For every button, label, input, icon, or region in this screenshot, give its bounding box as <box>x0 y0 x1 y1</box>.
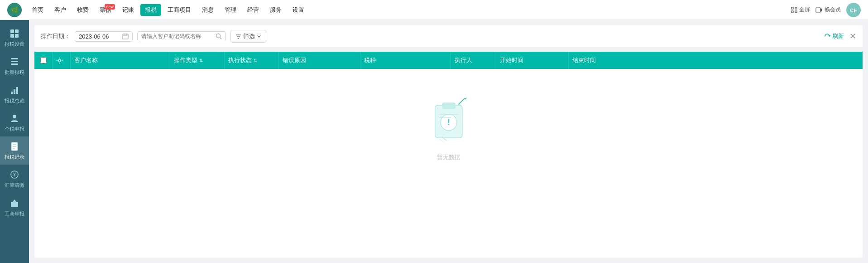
sort-icon-status: ⇅ <box>254 58 257 63</box>
nav-tax[interactable]: 报税 <box>140 4 161 16</box>
svg-line-33 <box>220 38 222 39</box>
member-label: 畅会员 <box>825 6 841 14</box>
svg-rect-14 <box>11 58 18 59</box>
sidebar-label-tax-summary: 报税总览 <box>5 97 24 104</box>
table-header: 客户名称 操作类型 ⇅ 执行状态 ⇅ 错误原因 税种 执行人 开始时间 结束时间 <box>34 52 863 69</box>
sidebar-item-settlement[interactable]: ¥ 汇算清缴 <box>0 165 29 193</box>
empty-illustration: ! <box>426 96 471 146</box>
settlement-icon: ¥ <box>9 169 20 180</box>
svg-rect-6 <box>816 8 820 12</box>
th-start-time: 开始时间 <box>496 52 569 69</box>
sidebar-item-annual-report[interactable]: 工商年报 <box>0 193 29 221</box>
app-logo[interactable]: 🌿 <box>7 3 22 17</box>
sidebar-item-tax-record[interactable]: 报税记录 <box>0 136 29 165</box>
sidebar-item-batch-tax[interactable]: 批量报税 <box>0 52 29 80</box>
svg-rect-3 <box>795 7 797 9</box>
nav-finance[interactable]: 经营 <box>243 4 264 16</box>
svg-point-32 <box>216 34 221 38</box>
sidebar-label-tax-record: 报税记录 <box>5 154 24 160</box>
filter-icon <box>235 34 241 39</box>
th-customer-name: 客户名称 <box>71 52 170 69</box>
calendar-icon <box>122 33 129 39</box>
refresh-icon <box>824 33 830 39</box>
toolbar: 操作日期： <box>34 25 863 47</box>
svg-rect-15 <box>11 61 18 62</box>
svg-rect-28 <box>123 34 128 39</box>
nav-invoice[interactable]: 票据 new <box>95 4 116 16</box>
close-button[interactable]: ✕ <box>849 32 856 40</box>
nav-settings[interactable]: 设置 <box>288 4 309 16</box>
sidebar-item-personal-tax[interactable]: 个税申报 <box>0 108 29 136</box>
th-tax-type: 税种 <box>360 52 451 69</box>
sidebar-label-personal-tax: 个税申报 <box>5 126 24 132</box>
th-checkbox[interactable] <box>34 52 53 69</box>
nav-customer[interactable]: 客户 <box>50 4 71 16</box>
search-input[interactable] <box>141 33 214 39</box>
new-badge: new <box>105 4 115 10</box>
nav-home[interactable]: 首页 <box>27 4 48 16</box>
svg-line-44 <box>459 98 465 104</box>
sidebar-label-annual-report: 工商年报 <box>5 210 24 217</box>
svg-rect-4 <box>791 11 793 13</box>
svg-text:🌿: 🌿 <box>11 6 19 14</box>
svg-rect-17 <box>11 92 13 94</box>
th-operation-type: 操作类型 ⇅ <box>170 52 225 69</box>
svg-rect-11 <box>15 29 19 33</box>
select-all-checkbox[interactable] <box>40 57 47 63</box>
table-container: 客户名称 操作类型 ⇅ 执行状态 ⇅ 错误原因 税种 执行人 开始时间 结束时间 <box>34 52 863 258</box>
th-settings <box>53 52 71 69</box>
svg-rect-16 <box>11 63 18 65</box>
tax-settings-icon <box>9 28 20 39</box>
svg-text:!: ! <box>447 117 450 127</box>
nav-accounts[interactable]: 记账 <box>118 4 139 16</box>
sort-icon-operation: ⇅ <box>199 58 203 63</box>
date-input[interactable] <box>79 33 120 40</box>
th-end-time: 结束时间 <box>569 52 632 69</box>
chevron-down-icon <box>257 34 261 39</box>
svg-marker-45 <box>465 97 467 100</box>
svg-line-47 <box>440 139 444 143</box>
top-nav-right: 全屏 畅会员 CE <box>791 3 861 17</box>
fullscreen-label: 全屏 <box>799 6 810 14</box>
nav-message[interactable]: 消息 <box>197 4 218 16</box>
toolbar-right: 刷新 ✕ <box>824 32 856 40</box>
content-area: 操作日期： <box>29 20 868 263</box>
date-input-wrap[interactable] <box>75 31 133 42</box>
svg-rect-27 <box>11 202 18 207</box>
top-nav: 🌿 首页 客户 收费 票据 new 记账 报税 工商项目 消息 管理 经营 服务… <box>0 0 868 20</box>
search-wrap[interactable] <box>137 31 226 41</box>
annual-report-icon <box>9 198 20 209</box>
batch-tax-icon <box>9 56 20 67</box>
empty-state: ! 暂无数据 <box>34 69 863 189</box>
svg-rect-10 <box>10 29 14 33</box>
svg-rect-19 <box>16 87 18 94</box>
empty-text: 暂无数据 <box>437 153 460 161</box>
th-executor: 执行人 <box>451 52 496 69</box>
nav-items: 首页 客户 收费 票据 new 记账 报税 工商项目 消息 管理 经营 服务 设… <box>27 4 791 16</box>
personal-tax-icon <box>9 113 20 124</box>
tax-summary-icon <box>9 85 20 96</box>
sidebar-item-tax-summary[interactable]: 报税总览 <box>0 80 29 108</box>
th-exec-status: 执行状态 ⇅ <box>225 52 279 69</box>
member-btn[interactable]: 畅会员 <box>815 6 841 14</box>
nav-business[interactable]: 工商项目 <box>163 4 196 16</box>
nav-service[interactable]: 服务 <box>265 4 286 16</box>
svg-text:CE: CE <box>850 8 857 13</box>
sidebar-label-tax-settings: 报税设置 <box>5 41 24 47</box>
th-error-reason: 错误原因 <box>279 52 360 69</box>
svg-point-20 <box>13 115 16 118</box>
date-label: 操作日期： <box>41 32 70 40</box>
user-avatar[interactable]: CE <box>846 3 861 17</box>
refresh-label: 刷新 <box>832 32 844 40</box>
nav-manage[interactable]: 管理 <box>220 4 241 16</box>
sidebar-item-tax-settings[interactable]: 报税设置 <box>0 24 29 52</box>
svg-rect-13 <box>15 34 19 38</box>
svg-text:¥: ¥ <box>13 172 16 177</box>
refresh-button[interactable]: 刷新 <box>824 32 844 40</box>
filter-button[interactable]: 筛选 <box>230 30 266 43</box>
nav-billing[interactable]: 收费 <box>72 4 93 16</box>
svg-rect-5 <box>795 11 797 13</box>
settings-icon <box>56 57 63 64</box>
fullscreen-btn[interactable]: 全屏 <box>791 6 810 14</box>
svg-rect-12 <box>10 34 14 38</box>
